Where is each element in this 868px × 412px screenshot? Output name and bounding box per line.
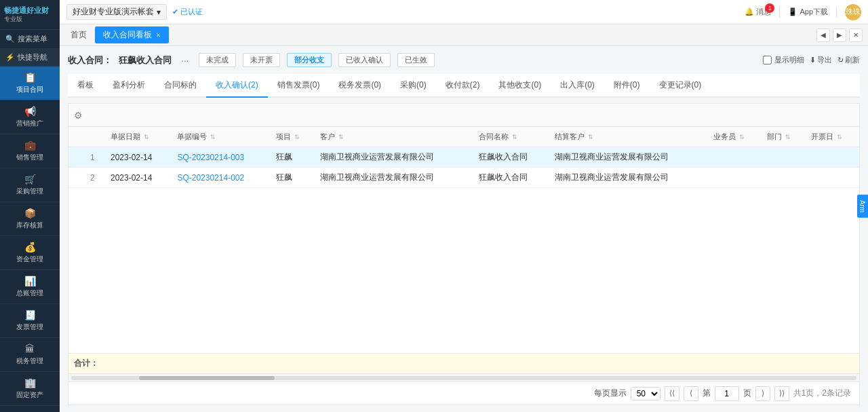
status-effective-btn[interactable]: 已生效 (397, 53, 435, 67)
col-contract-name[interactable]: 合同名称 ⇅ (473, 127, 549, 147)
tab-subject[interactable]: 合同标的 (155, 74, 206, 98)
row-order-no-cell2[interactable]: SQ-20230214-002 (172, 168, 271, 188)
page-suffix-label: 页 (743, 388, 751, 399)
row-settle-customer-cell: 湖南卫视商业运营发展有限公司 (549, 147, 708, 168)
last-page-btn[interactable]: ⟩⟩ (774, 386, 789, 401)
sort-icon6: ⇅ (588, 134, 593, 141)
sidebar-item-label: 项目合同 (16, 85, 43, 94)
tab-change-log[interactable]: 变更记录(0) (650, 74, 711, 98)
status-partial-btn[interactable]: 部分收支 (287, 53, 332, 67)
contract-menu-btn[interactable]: ··· (178, 55, 192, 66)
megaphone-icon: 📢 (24, 106, 36, 117)
sort-icon4: ⇅ (338, 134, 344, 141)
user-avatar[interactable]: 珠珠 (845, 4, 861, 20)
messages-badge: 1 (765, 3, 774, 13)
row-customer-cell2: 湖南卫视商业运营发展有限公司 (315, 168, 473, 188)
tab-purchase[interactable]: 采购(0) (391, 74, 436, 98)
tab-warehouse[interactable]: 出入库(0) (551, 74, 604, 98)
tab-next-btn[interactable]: ▶ (833, 29, 846, 42)
tabbar-home[interactable]: 首页 (65, 26, 92, 43)
page-number-input[interactable] (715, 386, 739, 401)
table-toolbar: ⚙ (68, 104, 859, 127)
tab-attachment[interactable]: 附件(0) (604, 74, 650, 98)
row-invoice-date-cell (806, 147, 859, 168)
col-order-no[interactable]: 单据编号 ⇅ (172, 127, 271, 147)
tab-prev-btn[interactable]: ◀ (816, 29, 830, 42)
col-salesman[interactable]: 业务员 ⇅ (708, 127, 762, 147)
tab-tax-invoice[interactable]: 税务发票(0) (329, 74, 391, 98)
sidebar-item-quick-nav[interactable]: ⚡ 快捷导航 (0, 48, 60, 67)
next-page-btn[interactable]: ⟩ (755, 386, 770, 401)
first-page-btn[interactable]: ⟨⟨ (665, 386, 679, 401)
messages-btn[interactable]: 🔔 1 消息 (745, 7, 771, 17)
chart-icon: 📊 (24, 276, 36, 286)
per-page-select[interactable]: 50 (631, 387, 660, 400)
row-order-no-cell[interactable]: SQ-20230214-003 (172, 147, 271, 168)
export-label: 导出 (817, 55, 832, 65)
company-selector[interactable]: 好业财专业版演示帐套 ▾ (66, 4, 167, 20)
sidebar-item-search[interactable]: 🔍 搜索菜单 (0, 30, 60, 48)
table-scroll-area[interactable]: 单据日期 ⇅ 单据编号 ⇅ 项目 ⇅ (68, 127, 859, 353)
col-invoice-date[interactable]: 开票日 ⇅ (806, 127, 859, 147)
col-customer[interactable]: 客户 ⇅ (315, 127, 473, 147)
sidebar-item-payroll[interactable]: 💳 工资 (0, 406, 60, 412)
sidebar: 畅捷通好业财 专业版 🔍 搜索菜单 ⚡ 快捷导航 📋 项目合同 📢 营销推广 💼… (0, 0, 60, 412)
settings-icon[interactable]: ⚙ (74, 110, 83, 121)
order-no-link[interactable]: SQ-20230214-003 (177, 153, 244, 162)
sidebar-item-label: 资金管理 (16, 255, 43, 264)
topbar-right: 🔔 1 消息 📱 App下载 珠珠 (745, 4, 861, 20)
arm-float-btn[interactable]: Arm (857, 194, 868, 217)
row-salesman-cell2 (708, 168, 762, 188)
search-icon: 🔍 (5, 35, 15, 43)
chevron-down-icon: ▾ (157, 7, 161, 17)
sidebar-item-finance[interactable]: 💰 资金管理 (0, 236, 60, 270)
sidebar-item-project-contract[interactable]: 📋 项目合同 (0, 67, 60, 100)
tabbar-contract-tab[interactable]: 收入合同看板 × (95, 26, 169, 43)
col-settings (68, 127, 85, 147)
col-department[interactable]: 部门 ⇅ (762, 127, 806, 147)
horizontal-scrollbar[interactable] (68, 373, 859, 381)
sidebar-item-inventory[interactable]: 📦 库存核算 (0, 202, 60, 236)
sidebar-item-purchase[interactable]: 🛒 采购管理 (0, 168, 60, 202)
app-download-btn[interactable]: 📱 App下载 (788, 7, 828, 17)
sidebar-item-marketing[interactable]: 📢 营销推广 (0, 100, 60, 134)
tab-payment[interactable]: 收付款(2) (436, 74, 490, 98)
tabbar-controls: ◀ ▶ ✕ (816, 29, 863, 42)
sort-icon8: ⇅ (785, 134, 791, 141)
main-area: 好业财专业版演示帐套 ▾ ✔ 已认证 🔔 1 消息 📱 App下载 珠珠 (60, 0, 868, 412)
tab-kanban[interactable]: 看板 (68, 74, 103, 98)
col-settle-customer[interactable]: 结算客户 ⇅ (549, 127, 708, 147)
refresh-btn[interactable]: ↻ 刷新 (837, 55, 860, 65)
sidebar-item-ledger[interactable]: 📊 总账管理 (0, 270, 60, 304)
tab-sales-invoice[interactable]: 销售发票(0) (268, 74, 330, 98)
tab-close-btn[interactable]: × (156, 31, 161, 40)
refresh-icon: ↻ (837, 56, 844, 64)
status-uninvoiced-btn[interactable]: 未开票 (243, 53, 280, 67)
sidebar-item-assets[interactable]: 🏢 固定资产 (0, 372, 60, 406)
sidebar-item-invoice[interactable]: 🧾 发票管理 (0, 304, 60, 338)
table-row[interactable]: 2 2023-02-14 SQ-20230214-002 狂飙 湖南卫视商业运营… (68, 168, 859, 188)
table-row[interactable]: 1 2023-02-14 SQ-20230214-003 狂飙 湖南卫视商业运营… (68, 147, 859, 168)
tab-close-all-btn[interactable]: ✕ (849, 29, 863, 42)
avatar-name: 珠珠 (846, 7, 861, 17)
order-no-link2[interactable]: SQ-20230214-002 (177, 173, 244, 183)
sidebar-item-tax[interactable]: 🏛 税务管理 (0, 338, 60, 372)
col-date[interactable]: 单据日期 ⇅ (105, 127, 172, 147)
col-project[interactable]: 项目 ⇅ (271, 127, 315, 147)
tab-revenue-confirm[interactable]: 收入确认(2) (206, 74, 268, 98)
status-uncomplete-btn[interactable]: 未完成 (199, 53, 236, 67)
sidebar-item-sales[interactable]: 💼 销售管理 (0, 134, 60, 168)
row-settings-cell2 (68, 168, 85, 188)
tab-other[interactable]: 其他收支(0) (489, 74, 551, 98)
col-num (85, 127, 105, 147)
building-icon: 🏢 (24, 377, 36, 388)
scrollbar-thumb[interactable] (139, 376, 275, 380)
status-confirmed-btn[interactable]: 已收入确认 (338, 53, 391, 67)
prev-page-btn[interactable]: ⟨ (684, 386, 698, 401)
row-settle-customer-cell2: 湖南卫视商业运营发展有限公司 (549, 168, 708, 188)
tab-profit[interactable]: 盈利分析 (103, 74, 155, 98)
table-header-row: 单据日期 ⇅ 单据编号 ⇅ 项目 ⇅ (68, 127, 859, 147)
show-detail-checkbox[interactable] (763, 56, 772, 64)
tab-label: 收入合同看板 (103, 29, 152, 41)
export-btn[interactable]: ⬇ 导出 (810, 55, 832, 65)
